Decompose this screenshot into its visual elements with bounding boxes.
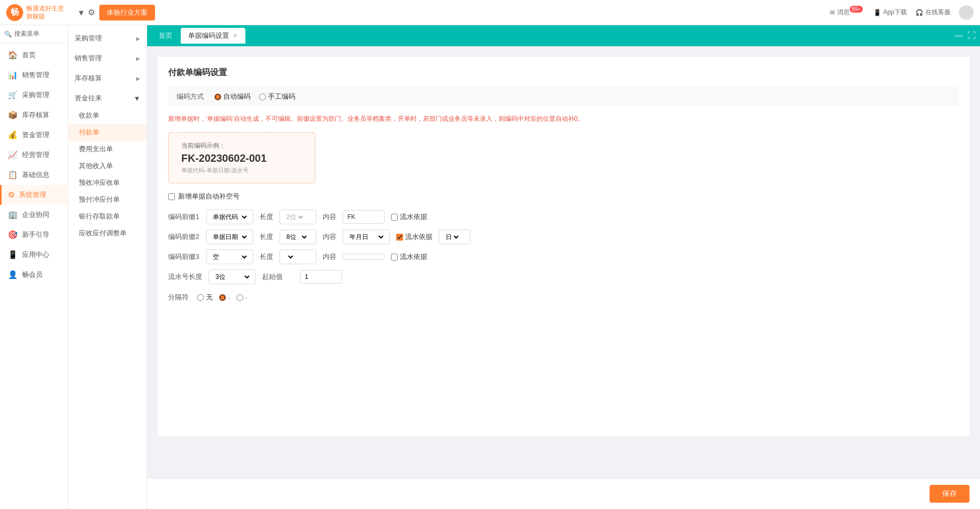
- prefix3-select-wrapper[interactable]: 单据代码 单据日期 空 部门 业务员: [206, 250, 253, 264]
- serial-length-select-wrapper[interactable]: 3位 4位 5位 6位: [209, 269, 256, 284]
- sidebar: 🔍 搜索菜单 🏠 首页 📊 销售管理 🛒 采购管理 📦 库存核算 💰: [0, 25, 68, 509]
- day-select[interactable]: 日 月 年: [443, 233, 460, 241]
- sub-child-pre-payment[interactable]: 预付冲应付单: [68, 191, 147, 208]
- prefix2-select[interactable]: 单据代码 单据日期 空 部门 业务员: [211, 233, 249, 241]
- day-select-wrapper[interactable]: 日 月 年: [439, 230, 470, 244]
- manual-code-option[interactable]: 手工编码: [259, 92, 295, 101]
- sidebar-item-purchase[interactable]: 🛒 采购管理: [0, 85, 68, 105]
- sep-none-option[interactable]: 无: [197, 293, 213, 302]
- auto-fill-label[interactable]: 新增单据自动补空号: [178, 192, 240, 201]
- prefix3-select[interactable]: 单据代码 单据日期 空 部门 业务员: [211, 253, 249, 261]
- sub-group-inventory: 库存核算 ▶: [68, 69, 147, 87]
- sidebar-search[interactable]: 🔍 搜索菜单: [0, 25, 68, 43]
- tab-home[interactable]: 首页: [151, 28, 180, 44]
- sub-group-fund-toggle[interactable]: 资金往来 ▼: [68, 89, 147, 107]
- sub-child-adjust[interactable]: 应收应付调整单: [68, 225, 147, 242]
- length2-select-wrapper[interactable]: 4位 6位 8位 10位: [280, 230, 316, 244]
- sidebar-item-appcenter[interactable]: 📱 应用中心: [0, 245, 68, 265]
- sidebar-item-operation[interactable]: 📈 经营管理: [0, 145, 68, 165]
- content3-label: 内容: [323, 252, 336, 262]
- operation-icon: 📈: [8, 150, 18, 160]
- length1-select-wrapper: 2位: [280, 210, 316, 224]
- tab-encode-setting[interactable]: 单据编码设置 ×: [181, 28, 245, 44]
- sidebar-item-system[interactable]: ⚙ 系统管理: [0, 185, 68, 205]
- sub-group-sales-toggle[interactable]: 销售管理 ▶: [68, 49, 147, 67]
- app-download-label: App下载: [883, 8, 907, 17]
- header-dropdown-btn[interactable]: ▾: [79, 7, 84, 18]
- sub-child-expense[interactable]: 费用支出单: [68, 141, 147, 158]
- start-value-input[interactable]: [300, 270, 342, 284]
- prefix2-select-wrapper[interactable]: 单据代码 单据日期 空 部门 业务员: [206, 230, 253, 244]
- tab-minimize-btn[interactable]: —: [955, 31, 963, 40]
- serial-length-select[interactable]: 3位 4位 5位 6位: [213, 273, 251, 281]
- purchase-arrow: ▶: [136, 36, 140, 41]
- stream3-checkbox[interactable]: [391, 254, 398, 261]
- newbie-icon: 🎯: [8, 230, 18, 240]
- message-label: 消息: [837, 8, 850, 17]
- sub-child-pre-receipt[interactable]: 预收冲应收单: [68, 174, 147, 191]
- prefix1-label: 编码前缀1: [168, 212, 200, 222]
- sales-icon: 📊: [8, 70, 18, 80]
- stream2-checkbox-label[interactable]: 流水依据: [396, 232, 432, 242]
- preview-code: FK-20230602-001: [181, 152, 302, 164]
- message-item[interactable]: ✉ 消息 99+: [830, 8, 865, 17]
- stream1-checkbox-label[interactable]: 流水依据: [391, 212, 427, 222]
- stream1-checkbox[interactable]: [391, 214, 398, 221]
- sep-none-radio[interactable]: [197, 294, 204, 301]
- separator-options: 无 · ·: [197, 293, 247, 302]
- tab-maximize-btn[interactable]: ⛶: [967, 31, 976, 40]
- auto-fill-checkbox[interactable]: [168, 193, 175, 200]
- content2-select-wrapper[interactable]: 年月日 年月 年: [343, 230, 390, 244]
- avatar[interactable]: [959, 5, 974, 20]
- stream2-label: 流水依据: [405, 232, 432, 242]
- sub-child-payment[interactable]: 付款单: [68, 124, 147, 141]
- serial-row: 流水号长度 3位 4位 5位 6位 起始值: [168, 269, 959, 284]
- trial-button[interactable]: 体验行业方案: [99, 5, 155, 20]
- purchase-icon: 🛒: [8, 90, 18, 100]
- length3-select[interactable]: [284, 253, 295, 261]
- sub-group-inventory-toggle[interactable]: 库存核算 ▶: [68, 69, 147, 87]
- content2-select[interactable]: 年月日 年月 年: [347, 233, 385, 241]
- sub-child-other-income[interactable]: 其他收入单: [68, 158, 147, 174]
- member-icon: 👤: [8, 270, 18, 279]
- tab-actions: — ⛶: [955, 31, 976, 40]
- sep-dot2-radio[interactable]: [236, 294, 243, 301]
- sub-group-purchase-toggle[interactable]: 采购管理 ▶: [68, 29, 147, 47]
- sidebar-item-finance[interactable]: 💰 资金管理: [0, 125, 68, 145]
- sub-child-bank[interactable]: 银行存取款单: [68, 208, 147, 225]
- sidebar-item-sales[interactable]: 📊 销售管理: [0, 65, 68, 85]
- length3-select-wrapper[interactable]: [280, 250, 316, 264]
- sidebar-item-newbie[interactable]: 🎯 新手引导: [0, 225, 68, 245]
- save-button[interactable]: 保存: [930, 485, 969, 503]
- sidebar-item-basic[interactable]: 📋 基础信息: [0, 165, 68, 185]
- sep-dot-radio[interactable]: [219, 294, 226, 301]
- sep-dot2-option[interactable]: ·: [236, 294, 247, 302]
- sep-dot-option[interactable]: ·: [219, 294, 230, 302]
- tab-encode-label: 单据编码设置: [188, 31, 229, 40]
- stream3-checkbox-label[interactable]: 流水依据: [391, 252, 427, 262]
- manual-code-radio[interactable]: [259, 94, 266, 100]
- sidebar-label-system: 系统管理: [19, 190, 46, 200]
- header-center: ▾ ⚙ 体验行业方案: [75, 5, 830, 20]
- system-icon: ⚙: [8, 190, 15, 200]
- tab-close-btn[interactable]: ×: [232, 32, 238, 39]
- separator-row: 分隔符 无 · ·: [168, 293, 959, 302]
- sidebar-item-inventory[interactable]: 📦 库存核算: [0, 105, 68, 125]
- auto-code-option[interactable]: 自动编码: [214, 92, 251, 101]
- stream2-checkbox[interactable]: [396, 234, 403, 241]
- preview-format: 单据代码-单据日期-流水号: [181, 167, 302, 174]
- sidebar-item-member[interactable]: 👤 畅会员: [0, 265, 68, 285]
- auto-code-radio[interactable]: [214, 94, 221, 100]
- serial-length-label: 流水号长度: [168, 272, 202, 282]
- length2-select[interactable]: 4位 6位 8位 10位: [284, 233, 308, 241]
- header-settings-btn[interactable]: ⚙: [88, 7, 95, 17]
- sub-child-receipt[interactable]: 收款单: [68, 107, 147, 124]
- sidebar-item-enterprise[interactable]: 🏢 企业协同: [0, 205, 68, 225]
- sidebar-item-home[interactable]: 🏠 首页: [0, 45, 68, 65]
- app-download-item[interactable]: 📱 App下载: [873, 8, 907, 17]
- prefix1-select[interactable]: 单据代码 单据日期 空 部门 业务员: [211, 213, 249, 221]
- online-service-item[interactable]: 🎧 在线客服: [915, 8, 951, 17]
- length2-label: 长度: [260, 232, 273, 242]
- preview-box: 当前编码示例： FK-20230602-001 单据代码-单据日期-流水号: [168, 132, 315, 183]
- prefix1-select-wrapper[interactable]: 单据代码 单据日期 空 部门 业务员: [206, 210, 253, 224]
